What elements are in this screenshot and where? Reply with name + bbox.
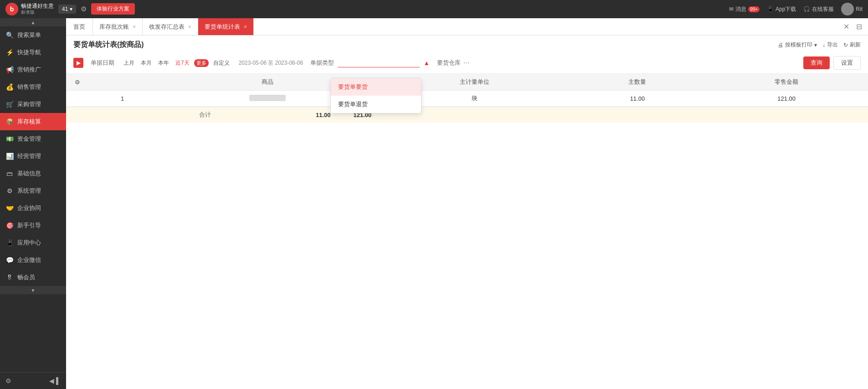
sidebar-item-sales[interactable]: 💰 销售管理 [0, 78, 66, 96]
message-item[interactable]: ✉ 消息 99+ [729, 5, 760, 13]
sidebar-scroll-up[interactable]: ▲ [0, 18, 66, 26]
dropdown-option-order-return[interactable]: 要货单退货 [331, 96, 421, 113]
filter-bar: ▶ 单据日期 上月 本月 本年 近7天 更多 自定义 2023-05-06 至 … [66, 52, 868, 74]
tab-home[interactable]: 首页 [66, 18, 93, 35]
settings-icon[interactable]: ⚙ [81, 5, 87, 13]
tab-inventory-batch[interactable]: 库存批次账 × [93, 18, 143, 35]
date-more-badge[interactable]: 更多 [194, 59, 209, 67]
sidebar-item-label: 库存核算 [17, 118, 41, 126]
sidebar-item-operations[interactable]: 📊 经营管理 [0, 148, 66, 165]
tab-recv-send[interactable]: 收发存汇总表 × [143, 18, 198, 35]
refresh-icon: ↻ [843, 42, 848, 48]
type-filter-input[interactable] [338, 58, 420, 67]
sidebar-item-app-center[interactable]: 📱 应用中心 [0, 234, 66, 251]
settings-button[interactable]: 设置 [833, 56, 861, 70]
sidebar-item-label: 资金管理 [17, 135, 41, 143]
tab-close-all-btn[interactable]: ✕ [841, 21, 852, 32]
phone-icon: 📱 [767, 6, 774, 12]
dropdown-option-label: 要货单要货 [338, 83, 368, 90]
query-button[interactable]: 查询 [803, 56, 830, 69]
date-range-display: 2023-05-06 至 2023-06-06 [239, 59, 303, 67]
user-avatar-area[interactable]: Rit [841, 3, 863, 15]
warehouse-filter-label: 要货仓库 [437, 59, 461, 67]
company-name: 41 [62, 6, 68, 12]
sidebar-item-purchase[interactable]: 🛒 采购管理 [0, 96, 66, 113]
avatar [841, 3, 854, 15]
export-btn[interactable]: ↓ 导出 [822, 41, 838, 49]
table-footer: 合计 11.00 121.00 [66, 107, 868, 123]
table-settings-icon[interactable]: ⚙ [75, 79, 80, 86]
tab-order-summary-close[interactable]: × [244, 24, 247, 30]
print-icon: 🖨 [778, 42, 783, 48]
filter-expand-btn[interactable]: ▶ [73, 58, 83, 68]
sidebar-scroll-down[interactable]: ▼ [0, 286, 66, 294]
sidebar: ▲ 🔍 搜索菜单 ⚡ 快捷导航 📢 营销推广 💰 销售管理 🛒 采购管理 📦 库… [0, 18, 66, 389]
sidebar-item-quick-nav[interactable]: ⚡ 快捷导航 [0, 44, 66, 61]
data-table: ⚙ 商品 主计量单位 主数量 零售金额 1 [66, 74, 868, 107]
sidebar-item-guide[interactable]: 🎯 新手引导 [0, 217, 66, 234]
content-area: 首页 库存批次账 × 收发存汇总表 × 要货单统计表 × ✕ ⊟ [66, 18, 868, 389]
col-qty-header: 主数量 [570, 74, 705, 91]
sidebar-item-marketing[interactable]: 📢 营销推广 [0, 61, 66, 78]
date-btn-this-year[interactable]: 本年 [156, 58, 171, 68]
sidebar-item-label: 销售管理 [17, 83, 41, 91]
date-btn-custom[interactable]: 自定义 [211, 58, 231, 68]
refresh-label: 刷新 [850, 41, 861, 49]
refresh-btn[interactable]: ↻ 刷新 [843, 41, 861, 49]
row-index-cell: 1 [89, 91, 156, 107]
header-right: ✉ 消息 99+ 📱 App下载 🎧 在线客服 Rit [729, 3, 863, 15]
app-subtitle: 标准版 [21, 9, 54, 15]
headset-icon: 🎧 [803, 6, 810, 12]
sidebar-item-cooperation[interactable]: 🤝 企业协同 [0, 200, 66, 217]
sidebar-item-member[interactable]: 🎖 畅会员 [0, 269, 66, 286]
date-btn-last-month[interactable]: 上月 [122, 58, 136, 68]
chevron-down-icon: ▾ [70, 6, 72, 12]
sidebar-item-basic-info[interactable]: 🗃 基础信息 [0, 165, 66, 182]
page-title: 要货单统计表(按商品) [73, 40, 144, 50]
page-header-actions: 🖨 按模板打印 ▾ ↓ 导出 ↻ 刷新 [778, 41, 861, 49]
sidebar-item-label: 新手引导 [17, 221, 41, 230]
col-settings-header[interactable]: ⚙ [66, 74, 89, 91]
tab-bar-actions: ✕ ⊟ [841, 21, 868, 32]
table-row: 1 块 11.00 121.00 [66, 91, 868, 107]
sidebar-item-system[interactable]: ⚙ 系统管理 [0, 182, 66, 200]
tab-inventory-batch-close[interactable]: × [133, 24, 136, 30]
row-qty-cell: 11.00 [570, 91, 705, 107]
chart-icon: 📊 [5, 152, 14, 160]
dropdown-option-order-purchase[interactable]: 要货单要货 [331, 78, 421, 96]
page-content: 要货单统计表(按商品) 🖨 按模板打印 ▾ ↓ 导出 ↻ 刷新 [66, 36, 868, 389]
megaphone-icon: 📢 [5, 66, 14, 74]
sidebar-item-label: 企业协同 [17, 204, 41, 212]
blurred-product-name [249, 95, 286, 101]
footer-settings-icon[interactable]: ⚙ [5, 377, 11, 384]
sidebar-item-search[interactable]: 🔍 搜索菜单 [0, 26, 66, 44]
sidebar-item-label: 基础信息 [17, 169, 41, 178]
app-download-item[interactable]: 📱 App下载 [767, 5, 796, 13]
dropdown-option-label: 要货单退货 [338, 101, 368, 107]
row-amount-cell: 121.00 [705, 91, 868, 107]
sidebar-item-label: 营销推广 [17, 66, 41, 74]
page-header: 要货单统计表(按商品) 🖨 按模板打印 ▾ ↓ 导出 ↻ 刷新 [66, 36, 868, 52]
date-btn-last-7-days[interactable]: 近7天 [174, 58, 191, 68]
date-filter-label: 单据日期 [91, 59, 114, 67]
tab-expand-btn[interactable]: ⊟ [853, 21, 864, 32]
col-index-header [89, 74, 156, 91]
trial-button[interactable]: 体验行业方案 [91, 3, 135, 15]
type-dropdown-chevron[interactable]: ▲ [423, 59, 430, 67]
warehouse-more-btn[interactable]: ··· [463, 59, 469, 67]
message-badge: 99+ [748, 6, 760, 12]
footer-collapse-icon[interactable]: ◀ ▌ [49, 377, 61, 384]
sidebar-item-inventory[interactable]: 📦 库存核算 [0, 113, 66, 130]
logo-icon: b [5, 3, 18, 15]
company-selector[interactable]: 41 ▾ [58, 5, 76, 14]
online-service-item[interactable]: 🎧 在线客服 [803, 5, 834, 13]
chevron-down-icon: ▾ [814, 42, 817, 48]
sidebar-item-corp-wechat[interactable]: 💬 企业微信 [0, 251, 66, 269]
filter-actions: 查询 设置 [803, 56, 861, 70]
sidebar-item-finance[interactable]: 💵 资金管理 [0, 130, 66, 148]
date-btn-this-month[interactable]: 本月 [139, 58, 154, 68]
cart-icon: 🛒 [5, 100, 14, 108]
print-template-btn[interactable]: 🖨 按模板打印 ▾ [778, 41, 817, 49]
tab-recv-send-close[interactable]: × [188, 24, 191, 30]
tab-order-summary[interactable]: 要货单统计表 × [198, 18, 254, 35]
